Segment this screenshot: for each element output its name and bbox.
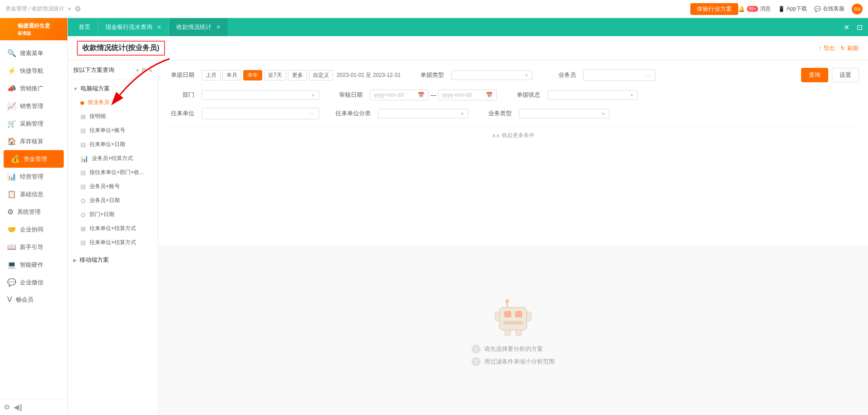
content-area: 按以下方案查询 + ⚙ « ▼ 电脑端方案 [68, 61, 868, 415]
tab-bank-flow[interactable]: 现金银行流水查询 ✕ [98, 18, 169, 36]
collapse-btn[interactable]: ∧∧ 收起更多条件 [492, 132, 534, 139]
query-btn[interactable]: 查询 [801, 68, 828, 82]
dept-chevron: ▾ [312, 93, 314, 98]
sidebar-item-wechat[interactable]: 💬 企业微信 [0, 274, 67, 291]
scheme-item-label: 业务员+账号 [90, 183, 120, 190]
date-btn-this-month[interactable]: 本月 [222, 70, 241, 80]
messages-label: 消息 [760, 5, 771, 13]
scheme-item-partner-account[interactable]: ⊟ 往来单位+账号 [68, 123, 158, 137]
sidebar-item-label: 快捷导航 [20, 67, 43, 75]
review-date-end[interactable]: yyyy-mm-dd 📅 [438, 90, 497, 100]
sidebar-item-vip[interactable]: V 畅会员 [0, 291, 67, 308]
tab-close-all-btn[interactable]: ✕ [842, 23, 851, 32]
user-menu[interactable]: Rit [852, 4, 863, 14]
scheme-item-dept-date[interactable]: ⊙ 部门+日期 [68, 208, 158, 222]
date-btn-more[interactable]: 更多 [288, 70, 307, 80]
marketing-icon: 📣 [7, 84, 16, 93]
type-select[interactable]: ▾ [451, 71, 533, 80]
online-service-btn[interactable]: 💬 在线客服 [814, 5, 844, 13]
scheme-active-icon [80, 99, 84, 106]
tab-bar: 首页 现金银行流水查询 ✕ 收款情况统计 ✕ ✕ ⊡ [68, 18, 868, 36]
bottom-settings-btn[interactable]: ⚙ [4, 403, 10, 411]
bottom-collapse-btn[interactable]: ◀‖ [14, 403, 23, 411]
export-btn[interactable]: ↑ 导出 [819, 44, 835, 52]
dept-select[interactable]: ▾ [202, 90, 319, 100]
sidebar: 畅捷通好生意标准版 🔍 搜索菜单 ⚡ 快捷导航 📣 营销推广 📈 销售管理 🛒 … [0, 18, 68, 415]
tab-maximize-btn[interactable]: ⊡ [855, 23, 864, 32]
empty-step-2: 2 用过滤条件来缩小分析范围 [472, 357, 555, 366]
settings-icon[interactable]: ⚙ [75, 5, 81, 13]
date-btn-last-month[interactable]: 上月 [202, 70, 221, 80]
review-date-start[interactable]: yyyy-mm-dd 📅 [370, 90, 429, 100]
desktop-group-title[interactable]: ▼ 电脑端方案 [68, 82, 158, 95]
scheme-item-partner-dept[interactable]: ⊟ 按往来单位+部门+收... [68, 165, 158, 179]
dropdown-icon[interactable]: ▾ [68, 5, 71, 12]
sidebar-item-operations[interactable]: 📊 经营管理 [0, 168, 67, 185]
sidebar-item-quick-nav[interactable]: ⚡ 快捷导航 [0, 62, 67, 80]
scheme-item-salesperson-account[interactable]: ⊟ 业务员+账号 [68, 179, 158, 193]
messages-btn[interactable]: 🔔 99+ 消息 [738, 5, 771, 13]
status-select[interactable]: ▾ [547, 90, 638, 100]
scheme-item-partner-settle1[interactable]: ⊞ 往来单位+结算方式 [68, 222, 158, 236]
scheme-item-partner-settle2[interactable]: ⊟ 往来单位+结算方式 [68, 236, 158, 250]
app-download-btn[interactable]: 📱 App下载 [778, 5, 807, 13]
svg-point-9 [505, 299, 509, 303]
scheme-item-by-salesperson[interactable]: 按业务员 [68, 95, 158, 109]
scheme-pd-icon: ⊟ [80, 141, 86, 148]
sidebar-item-basic-info[interactable]: 📋 基础信息 [0, 185, 67, 203]
service-label: 在线客服 [823, 5, 844, 13]
dept-label: 部门 [167, 91, 194, 99]
tab-receipt[interactable]: 收款情况统计 ✕ [169, 18, 228, 36]
scheme-item-salesperson-settle[interactable]: 📊 业务员+结算方式 [68, 151, 158, 165]
hardware-icon: 💻 [7, 260, 16, 269]
salesperson-select[interactable]: ··· [583, 69, 656, 81]
partner-select[interactable]: ··· [202, 108, 319, 119]
sidebar-item-purchase[interactable]: 🛒 采购管理 [0, 115, 67, 132]
scheme-item-detail[interactable]: ⊞ 按明细 [68, 109, 158, 123]
trial-button[interactable]: 体验行业方案 [690, 3, 738, 15]
svg-rect-5 [527, 312, 531, 321]
sidebar-item-system[interactable]: ⚙ 系统管理 [0, 203, 67, 221]
scheme-ss-icon: 📊 [80, 155, 88, 162]
scheme-item-partner-date[interactable]: ⊟ 往来单位+日期 [68, 137, 158, 151]
sidebar-item-search[interactable]: 🔍 搜索菜单 [0, 44, 67, 62]
sidebar-item-finance[interactable]: 💰 资金管理 [4, 150, 64, 168]
sidebar-item-inventory[interactable]: 🏠 库存核算 [0, 132, 67, 150]
sidebar-item-enterprise[interactable]: 🤝 企业协同 [0, 221, 67, 238]
partner-cat-select[interactable]: ▾ [378, 109, 468, 118]
scheme-collapse-btn[interactable]: « [149, 66, 152, 74]
biz-type-select[interactable]: ▾ [519, 109, 609, 118]
scheme-add-btn[interactable]: + [136, 66, 139, 74]
tab-home[interactable]: 首页 [71, 18, 98, 36]
date-btn-this-year[interactable]: 本年 [243, 70, 262, 80]
empty-step-1: 1 请先选择要分析的方案 [472, 344, 555, 354]
sidebar-item-marketing[interactable]: 📣 营销推广 [0, 80, 67, 97]
page-title-box: 收款情况统计(按业务员) [77, 41, 165, 56]
date-btn-custom[interactable]: 自定义 [309, 70, 333, 80]
refresh-btn[interactable]: ↻ 刷新 [840, 44, 859, 52]
sidebar-item-hardware[interactable]: 💻 智能硬件 [0, 256, 67, 274]
filter-settings-btn[interactable]: 设置 [832, 68, 859, 82]
mobile-group-title[interactable]: ▶ 移动端方案 [68, 253, 158, 267]
scheme-item-label: 往来单位+结算方式 [90, 239, 136, 246]
scheme-item-salesperson-date[interactable]: ⊙ 业务员+日期 [68, 193, 158, 208]
tab-receipt-close[interactable]: ✕ [216, 24, 221, 30]
filter-row-3: 往来单位 ··· 往来单位分类 ▾ 业务类型 [167, 108, 859, 119]
system-icon: ⚙ [7, 208, 14, 216]
tab-receipt-label: 收款情况统计 [176, 23, 212, 31]
calendar-icon-end[interactable]: 📅 [486, 92, 493, 98]
salesperson-more-icon[interactable]: ··· [645, 71, 651, 79]
guide-icon: 📖 [7, 243, 16, 251]
calendar-icon[interactable]: 📅 [418, 92, 425, 98]
date-btn-7days[interactable]: 近7天 [264, 70, 286, 80]
sidebar-item-sales[interactable]: 📈 销售管理 [0, 97, 67, 115]
sidebar-item-guide[interactable]: 📖 新手引导 [0, 238, 67, 256]
empty-steps: 1 请先选择要分析的方案 2 用过滤条件来缩小分析范围 [472, 344, 555, 366]
scheme-pdept-icon: ⊟ [80, 169, 86, 176]
tab-bank-close[interactable]: ✕ [157, 24, 161, 30]
partner-more-icon[interactable]: ··· [309, 110, 314, 117]
tab-bar-actions: ✕ ⊡ [842, 23, 864, 32]
scheme-settings-btn[interactable]: ⚙ [141, 66, 147, 74]
right-panel: 单据日期 上月 本月 本年 近7天 更多 自定义 2023-01-01 至 20… [158, 61, 868, 415]
scheme-item-label: 按明细 [90, 113, 106, 120]
